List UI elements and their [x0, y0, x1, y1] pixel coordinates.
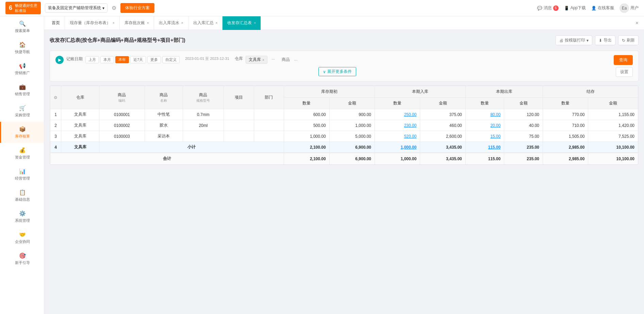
chevron-down-icon: ∨ [323, 69, 326, 74]
date-btn-7days[interactable]: 近7天 [130, 56, 146, 63]
row1-out-qty[interactable]: 80.00 [465, 109, 504, 120]
total-in-qty: 1,000.00 [375, 153, 420, 165]
subtotal-in-qty[interactable]: 1,000.00 [375, 142, 420, 153]
filter-toggle[interactable]: ▶ [55, 56, 64, 64]
sidebar-item-guide[interactable]: 🎯 新手引导 [0, 248, 44, 269]
subtotal-row: 4 文具库 小计 2,100.00 6,900.00 1,000.00 3,43… [50, 142, 638, 153]
subtotal-in-amt: 3,435.00 [420, 142, 465, 153]
sidebar-label-inventory: 库存核算 [15, 134, 30, 139]
row2-goods-code: 0100002 [99, 120, 145, 131]
tab-inventory-dist-label: 现存量（库存分布表） [70, 20, 111, 26]
trial-button[interactable]: 体验行业方案 [120, 3, 154, 13]
tab-recv-send-close[interactable]: × [254, 21, 256, 25]
system-select[interactable]: 装备及固定资产辅助管理系统 ▾ [45, 3, 108, 13]
logo-area: 6 畅捷通好生意 标准版 [5, 2, 41, 14]
settings-button[interactable]: 设置 [616, 67, 633, 77]
gear-icon[interactable]: ⚙ [112, 5, 116, 11]
filter-section: ▶ 记账日期 上月 本月 本年 近7天 [50, 51, 639, 81]
sidebar-item-system[interactable]: ⚙️ 系统管理 [0, 206, 44, 227]
row3-out-qty[interactable]: 15.00 [465, 131, 504, 142]
tab-summary-label: 出入库汇总 [193, 20, 214, 26]
message-button[interactable]: 💬 消息 6 [537, 5, 559, 11]
export-button[interactable]: ⬇ 导出 [595, 35, 615, 45]
sidebar-item-quick-nav[interactable]: 🏠 快捷导航 [0, 37, 44, 59]
sidebar-item-search[interactable]: 🔍 搜索菜单 [0, 16, 44, 37]
expand-conditions-button[interactable]: ∨ 展开更多条件 [318, 67, 356, 76]
message-label: 消息 [544, 5, 552, 11]
tab-flow-close[interactable]: × [181, 21, 183, 25]
date-buttons: 上月 本月 本年 近7天 更多 自定义 [85, 56, 180, 63]
filter-row-inner: ▶ 记账日期 上月 本月 本年 近7天 [55, 55, 633, 77]
row2-out-qty[interactable]: 20.00 [465, 120, 504, 131]
total-closing-amt: 10,100.00 [588, 153, 638, 165]
row3-in-qty[interactable]: 520.00 [375, 131, 420, 142]
print-button[interactable]: 🖨 按模版打印 ▾ [556, 35, 592, 45]
row2-goods-spec: 20ml [183, 120, 224, 131]
tab-home[interactable]: 首页 [47, 16, 65, 30]
tab-batch-account-label: 库存批次账 [125, 20, 145, 26]
subtotal-out-qty[interactable]: 115.00 [465, 142, 504, 153]
online-service-button[interactable]: 👤 在线客服 [591, 5, 614, 11]
row3-goods-spec [183, 131, 224, 142]
sidebar-label-search: 搜索菜单 [15, 28, 30, 33]
sidebar-label-system: 系统管理 [15, 218, 30, 223]
sidebar-item-sales[interactable]: 💼 销售管理 [0, 80, 44, 101]
warehouse-tag-close[interactable]: × [262, 58, 264, 62]
refresh-button[interactable]: ↻ 刷新 [618, 35, 639, 45]
row1-project [224, 109, 254, 120]
date-btn-last-month[interactable]: 上月 [85, 56, 99, 63]
sidebar-item-operations[interactable]: 📊 经营管理 [0, 164, 44, 185]
sales-icon: 💼 [19, 84, 26, 90]
query-button[interactable]: 查询 [614, 55, 633, 65]
tab-recv-send[interactable]: 收发存汇总表 × [222, 16, 261, 30]
row1-goods-spec: 0.7mm [183, 109, 224, 120]
tab-summary-close[interactable]: × [216, 21, 218, 25]
date-btn-custom[interactable]: 自定义 [162, 56, 180, 63]
sidebar-item-purchase[interactable]: 🛒 采购管理 [0, 101, 44, 122]
print-chevron: ▾ [587, 38, 589, 43]
app-download-button[interactable]: 📱 App下载 [564, 5, 586, 11]
sidebar-label-guide: 新手引导 [15, 260, 30, 265]
data-table-wrapper: ⚙ 仓库 商品编码 商品名称 商品规格型号 项目 部门 库存期初 本期入库 本期… [50, 85, 639, 165]
printer-icon: 🖨 [559, 38, 563, 43]
date-range: 2023-01-01 至 2023-12-31 [185, 56, 229, 61]
table-settings-icon[interactable]: ⚙ [54, 95, 57, 100]
sidebar-item-finance[interactable]: 💰 资金管理 [0, 143, 44, 164]
th-goods-name: 商品名称 [145, 86, 183, 109]
row2-no: 2 [50, 120, 61, 131]
subtotal-opening-amt: 6,900.00 [329, 142, 375, 153]
tab-flow[interactable]: 出入库流水 × [154, 16, 188, 30]
filter-action-buttons: 查询 设置 [614, 55, 633, 77]
row2-in-amt: 460.00 [420, 120, 465, 131]
row1-in-qty[interactable]: 250.00 [375, 109, 420, 120]
warehouse-more[interactable]: ... [270, 56, 276, 61]
sidebar-item-base-info[interactable]: 📋 基础信息 [0, 185, 44, 206]
sidebar-item-cooperation[interactable]: 🤝 企业协同 [0, 227, 44, 248]
row1-opening-qty: 600.00 [284, 109, 329, 120]
goods-more[interactable]: ... [293, 57, 299, 62]
th-out-amt: 金额 [504, 98, 543, 109]
finance-icon: 💰 [19, 147, 26, 153]
close-all-tabs[interactable]: × [633, 20, 641, 26]
tab-batch-account-close[interactable]: × [147, 21, 149, 25]
date-btn-more[interactable]: 更多 [147, 56, 161, 63]
user-menu-button[interactable]: Ea 用户 [620, 3, 639, 13]
row1-closing-amt: 1,155.00 [588, 109, 638, 120]
th-opening-stock: 库存期初 [284, 86, 375, 98]
system-title: 装备及固定资产辅助管理系统 [48, 5, 101, 11]
header-right: 💬 消息 6 📱 App下载 👤 在线客服 Ea 用户 [537, 3, 639, 13]
sidebar-item-inventory[interactable]: 📦 库存核算 [0, 122, 44, 143]
tab-inventory-dist-close[interactable]: × [113, 21, 115, 25]
row2-in-qty[interactable]: 230.00 [375, 120, 420, 131]
base-info-icon: 📋 [19, 189, 26, 196]
tab-recv-send-label: 收发存汇总表 [227, 20, 252, 26]
tab-batch-account[interactable]: 库存批次账 × [120, 16, 154, 30]
row1-no: 1 [50, 109, 61, 120]
tab-inventory-dist[interactable]: 现存量（库存分布表） × [65, 16, 120, 30]
sidebar-item-marketing[interactable]: 📢 营销推广 [0, 59, 44, 80]
page-title: 收发存汇总表(按仓库+商品编码+商品+规格型号+项目+部门) [50, 37, 185, 44]
tab-summary[interactable]: 出入库汇总 × [188, 16, 223, 30]
date-btn-this-year[interactable]: 本年 [115, 56, 129, 63]
date-btn-this-month[interactable]: 本月 [100, 56, 114, 63]
total-row: 合计 2,100.00 6,900.00 1,000.00 3,435.00 1… [50, 153, 638, 165]
